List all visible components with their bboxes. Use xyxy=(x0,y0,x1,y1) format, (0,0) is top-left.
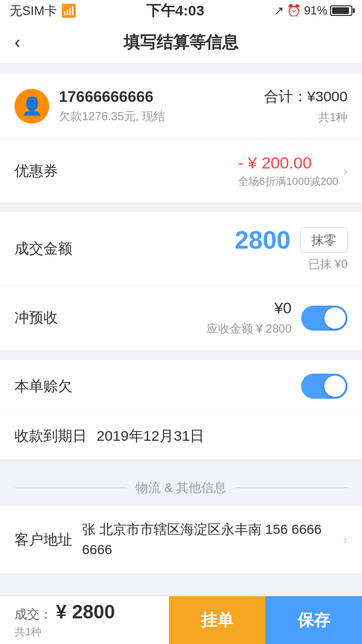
due-date-label: 收款到期日 xyxy=(14,426,87,446)
location-icon: ↗ xyxy=(274,4,284,17)
coupon-right: - ¥ 200.00 全场6折满1000减200 › xyxy=(238,154,348,189)
hang-button[interactable]: 挂单 xyxy=(169,596,265,644)
order-summary: 合计：¥3000 共1种 xyxy=(264,87,348,125)
bottom-deal-row: 成交： ¥ 2800 xyxy=(14,601,154,623)
credit-label: 本单赊欠 xyxy=(14,377,72,396)
divider-line-left xyxy=(14,488,126,488)
address-value: 张 北京市市辖区海淀区永丰南 156 6666 6666 xyxy=(82,519,334,560)
prepay-amount: ¥0 xyxy=(274,299,292,317)
order-count: 共1种 xyxy=(264,110,348,125)
alarm-icon: ⏰ xyxy=(287,4,301,17)
due-date-value: 2019年12月31日 xyxy=(97,426,204,446)
bottom-amount: ¥ 2800 xyxy=(56,601,115,622)
page-title: 填写结算等信息 xyxy=(124,31,238,54)
prepay-row: 冲预收 ¥0 应收金额 ¥ 2800 xyxy=(0,286,362,350)
user-details: 17666666666 欠款1276.35元, 现结 xyxy=(59,88,165,124)
user-info: 👤 17666666666 欠款1276.35元, 现结 xyxy=(14,88,165,124)
section-divider-3 xyxy=(0,460,362,470)
deal-amount-row: 成交金额 2800 抹零 已抹 ¥0 xyxy=(0,212,362,286)
credit-row: 本单赊欠 xyxy=(0,360,362,413)
due-date-row: 收款到期日 2019年12月31日 xyxy=(0,413,362,460)
section-divider-2 xyxy=(0,350,362,360)
already-rounded-label: 已抹 ¥0 xyxy=(308,256,348,272)
battery-icon xyxy=(330,5,352,16)
prepay-toggle-knob xyxy=(324,308,346,329)
logistics-label: 物流 & 其他信息 xyxy=(136,479,226,496)
prepay-toggle[interactable] xyxy=(301,306,348,331)
back-button[interactable]: ‹ xyxy=(14,32,20,53)
coupon-label: 优惠券 xyxy=(14,161,58,181)
carrier-label: 无SIM卡 xyxy=(10,2,57,19)
receivable-label: 应收金额 ¥ 2800 xyxy=(207,321,292,336)
credit-toggle[interactable] xyxy=(301,374,348,399)
nav-bar: ‹ 填写结算等信息 xyxy=(0,21,362,64)
divider-line-right xyxy=(236,488,348,488)
battery-label: 91% xyxy=(304,4,327,17)
user-debt: 欠款1276.35元, 现结 xyxy=(59,109,165,124)
form-section: 成交金额 2800 抹零 已抹 ¥0 冲预收 ¥0 应收金额 ¥ 2800 xyxy=(0,212,362,350)
coupon-chevron-icon: › xyxy=(343,164,348,179)
status-bar: 无SIM卡 📶 下午4:03 ↗ ⏰ 91% xyxy=(0,0,362,21)
time-label: 下午4:03 xyxy=(146,1,204,21)
prepay-label: 冲预收 xyxy=(14,308,58,328)
credit-toggle-knob xyxy=(324,376,346,397)
wifi-icon: 📶 xyxy=(61,3,76,18)
coupon-discount: - ¥ 200.00 xyxy=(238,154,338,172)
bottom-deal-label: 成交： xyxy=(14,607,52,621)
coupon-desc: 全场6折满1000减200 xyxy=(238,174,338,189)
bottom-bar: 成交： ¥ 2800 共1种 挂单 保存 xyxy=(0,596,362,644)
coupon-row[interactable]: 优惠券 - ¥ 200.00 全场6折满1000减200 › xyxy=(0,140,362,202)
avatar: 👤 xyxy=(14,89,49,124)
address-row[interactable]: 客户地址 张 北京市市辖区海淀区永丰南 156 6666 6666 › xyxy=(0,506,362,574)
deal-amount-value: 2800 xyxy=(235,225,291,254)
bottom-count: 共1种 xyxy=(14,625,154,639)
deal-amount-label: 成交金额 xyxy=(14,239,72,259)
address-chevron-icon: › xyxy=(343,532,348,547)
round-button[interactable]: 抹零 xyxy=(300,227,348,253)
user-card: 👤 17666666666 欠款1276.35元, 现结 合计：¥3000 共1… xyxy=(0,73,362,139)
status-right: ↗ ⏰ 91% xyxy=(274,4,352,17)
save-button[interactable]: 保存 xyxy=(265,596,362,644)
bottom-info: 成交： ¥ 2800 共1种 xyxy=(0,601,169,639)
order-total: 合计：¥3000 xyxy=(264,87,348,107)
deal-amount-value-area: 2800 抹零 xyxy=(235,225,348,254)
address-label: 客户地址 xyxy=(14,530,72,550)
status-left: 无SIM卡 📶 xyxy=(10,2,76,19)
logistics-divider: 物流 & 其他信息 xyxy=(0,470,362,506)
user-phone: 17666666666 xyxy=(59,88,165,106)
section-divider-1 xyxy=(0,202,362,212)
prepay-right: ¥0 应收金额 ¥ 2800 xyxy=(207,299,292,336)
